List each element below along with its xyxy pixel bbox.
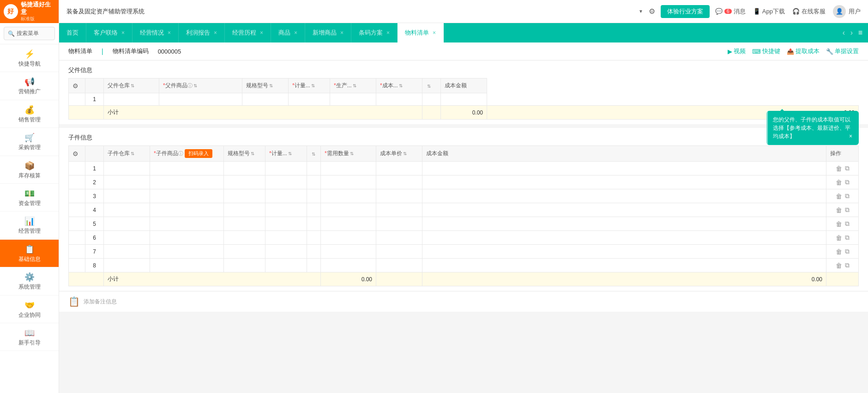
parent-row-produce[interactable]	[330, 93, 376, 106]
child-unit-sort[interactable]: ⇅	[288, 151, 292, 156]
child-row-spec-1[interactable]	[224, 175, 265, 189]
parent-row-spec[interactable]	[242, 93, 289, 106]
user-area[interactable]: 👤 用户	[833, 5, 861, 18]
tab-history[interactable]: 经营历程 ×	[225, 23, 271, 42]
child-row-warehouse-0[interactable]	[104, 162, 150, 175]
child-row-product-3[interactable]	[150, 203, 224, 217]
child-row-warehouse-6[interactable]	[104, 245, 150, 259]
child-row-unit-0[interactable]	[265, 162, 307, 175]
note-icon[interactable]: 📋	[68, 296, 80, 307]
product-sort[interactable]: ⇅	[193, 83, 197, 88]
tab-new-product[interactable]: 新增商品 ×	[305, 23, 351, 42]
child-row-spec-7[interactable]	[224, 259, 265, 272]
copy-icon-3[interactable]: ⧉	[845, 206, 850, 214]
copy-icon-1[interactable]: ⧉	[845, 178, 850, 186]
sidebar-item-basicinfo[interactable]: 📋 基础信息	[0, 240, 59, 267]
copy-icon-5[interactable]: ⧉	[845, 234, 850, 242]
setting-action[interactable]: 🔧 单据设置	[826, 47, 859, 55]
child-row-warehouse-2[interactable]	[104, 189, 150, 203]
delete-icon-1[interactable]: 🗑	[836, 179, 842, 186]
close-tab-product[interactable]: ×	[294, 30, 297, 36]
delete-icon-7[interactable]: 🗑	[836, 262, 842, 269]
sidebar-item-inventory[interactable]: 📦 库存核算	[0, 156, 59, 184]
child-row-qty-1[interactable]	[321, 175, 376, 189]
tab-barcode[interactable]: 条码方案 ×	[351, 23, 398, 42]
child-row-price-4[interactable]	[376, 217, 422, 231]
child-spec-sort[interactable]: ⇅	[251, 151, 254, 156]
sidebar-item-cooperation[interactable]: 🤝 企业协同	[0, 296, 59, 323]
sidebar-item-guide[interactable]: 📖 新手引导	[0, 323, 59, 351]
child-row-price-3[interactable]	[376, 203, 422, 217]
warehouse-sort[interactable]: ⇅	[131, 83, 134, 88]
copy-icon-4[interactable]: ⧉	[845, 220, 850, 228]
child-product-info[interactable]: ⓘ	[178, 151, 183, 156]
parent-row-warehouse[interactable]	[104, 93, 159, 106]
produce-sort[interactable]: ⇅	[353, 83, 356, 88]
sidebar-item-sales[interactable]: 💰 销售管理	[0, 100, 59, 128]
delete-icon-3[interactable]: 🗑	[836, 206, 842, 214]
child-row-warehouse-3[interactable]	[104, 203, 150, 217]
child-row-spec-2[interactable]	[224, 189, 265, 203]
scan-input-button[interactable]: 扫码录入	[185, 149, 212, 158]
child-row-qty-3[interactable]	[321, 203, 376, 217]
child-row-product-2[interactable]	[150, 189, 224, 203]
child-row-unit-5[interactable]	[265, 231, 307, 245]
child-row-spec-0[interactable]	[224, 162, 265, 175]
child-row-warehouse-4[interactable]	[104, 217, 150, 231]
cost-sort[interactable]: ⇅	[399, 83, 403, 88]
delete-icon-2[interactable]: 🗑	[836, 193, 842, 200]
nav-prev-arrow[interactable]: ‹	[841, 29, 847, 36]
close-tab-bom[interactable]: ×	[433, 30, 436, 36]
trial-button[interactable]: 体验行业方案	[661, 5, 710, 18]
child-row-unit-1[interactable]	[265, 175, 307, 189]
child-row-unit-2[interactable]	[265, 189, 307, 203]
child-row-unit-3[interactable]	[265, 203, 307, 217]
unit-sort[interactable]: ⇅	[311, 83, 315, 88]
child-row-product-0[interactable]	[150, 162, 224, 175]
child-row-warehouse-5[interactable]	[104, 231, 150, 245]
parent-row-unit[interactable]	[289, 93, 330, 106]
child-row-product-4[interactable]	[150, 217, 224, 231]
spec-sort[interactable]: ⇅	[269, 83, 273, 88]
child-row-qty-2[interactable]	[321, 189, 376, 203]
child-row-qty-4[interactable]	[321, 217, 376, 231]
child-row-qty-7[interactable]	[321, 259, 376, 272]
child-row-qty-5[interactable]	[321, 231, 376, 245]
child-row-spec-3[interactable]	[224, 203, 265, 217]
child-row-unit-6[interactable]	[265, 245, 307, 259]
online-service-action[interactable]: 🎧 在线客服	[792, 7, 826, 16]
product-info-icon[interactable]: ⓘ	[187, 83, 193, 88]
search-menu-button[interactable]: 🔍 搜索菜单	[4, 27, 55, 40]
child-row-product-1[interactable]	[150, 175, 224, 189]
child-row-spec-5[interactable]	[224, 231, 265, 245]
sidebar-item-finance[interactable]: 💵 资金管理	[0, 184, 59, 212]
tab-operations-status[interactable]: 经营情况 ×	[133, 23, 179, 42]
view-action[interactable]: ▶ 视频	[728, 47, 746, 55]
child-row-unit-7[interactable]	[265, 259, 307, 272]
sidebar-item-purchase[interactable]: 🛒 采购管理	[0, 128, 59, 156]
parent-row-cost[interactable]	[376, 93, 422, 106]
close-tab-newproduct[interactable]: ×	[340, 30, 344, 36]
delete-icon-6[interactable]: 🗑	[836, 248, 842, 255]
tooltip-close-button[interactable]: ×	[849, 132, 852, 140]
child-settings-gear[interactable]: ⚙	[72, 150, 78, 157]
close-tab-customer[interactable]: ×	[121, 30, 125, 36]
delete-icon-0[interactable]: 🗑	[836, 165, 842, 172]
child-qty-sort[interactable]: ⇅	[350, 151, 354, 156]
parent-settings-gear[interactable]: ⚙	[72, 82, 78, 90]
child-row-warehouse-7[interactable]	[104, 259, 150, 272]
child-row-product-7[interactable]	[150, 259, 224, 272]
delete-icon-5[interactable]: 🗑	[836, 234, 842, 242]
system-dropdown-arrow[interactable]: ▼	[639, 9, 643, 14]
child-row-warehouse-1[interactable]	[104, 175, 150, 189]
delete-icon-4[interactable]: 🗑	[836, 220, 842, 228]
nav-next-arrow[interactable]: ›	[849, 29, 855, 36]
child-row-spec-4[interactable]	[224, 217, 265, 231]
copy-icon-0[interactable]: ⧉	[845, 164, 850, 172]
message-action[interactable]: 💬 6 消息	[715, 7, 746, 16]
app-download-action[interactable]: 📱 App下载	[753, 7, 785, 16]
parent-row-product[interactable]	[159, 93, 242, 106]
close-tab-barcode[interactable]: ×	[386, 30, 390, 36]
tab-home[interactable]: 首页	[59, 23, 86, 42]
child-row-price-5[interactable]	[376, 231, 422, 245]
